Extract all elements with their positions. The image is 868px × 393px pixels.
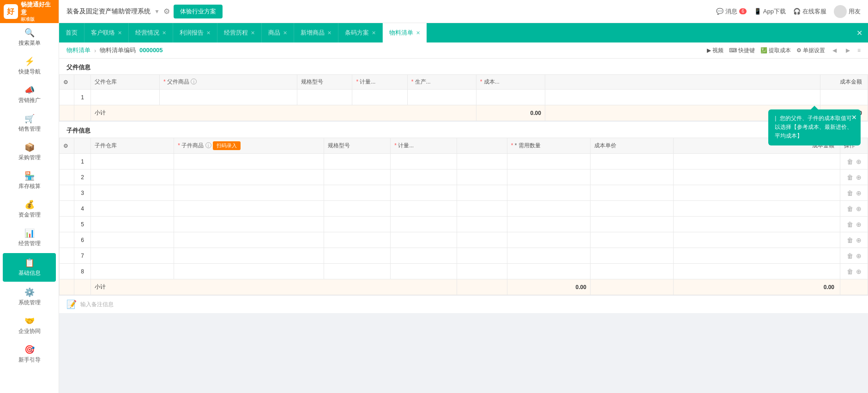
nav-next-button[interactable]: ▶ [844,46,852,54]
extract-cost-action[interactable]: 💹 提取成本 [760,47,791,54]
flash-icon: ⚡ [24,56,35,67]
delete-icon[interactable]: 🗑 [847,252,853,260]
child-row-product[interactable] [174,154,324,169]
tab-new-products[interactable]: 新增商品 ✕ [294,23,338,42]
target-icon: 🎯 [24,345,35,355]
tab-close-icon[interactable]: ✕ [327,30,332,36]
child-row-qty[interactable] [507,154,590,169]
subtotal-unit-val: 0.00 [530,110,541,116]
delete-icon[interactable]: 🗑 [847,205,853,212]
delete-icon[interactable]: 🗑 [847,221,853,228]
delete-icon[interactable]: 🗑 [847,189,853,197]
sidebar-item-enterprise[interactable]: 🤝 企业协同 [0,311,59,340]
child-row-unit[interactable] [391,154,457,169]
required-star: * [163,79,166,85]
tab-customers[interactable]: 客户联络 ✕ [84,23,129,42]
child-row-spec[interactable] [324,154,390,169]
tab-operations[interactable]: 经营情况 ✕ [129,23,173,42]
nav-prev-button[interactable]: ◀ [831,46,838,54]
tab-close-icon[interactable]: ✕ [416,30,420,36]
info-icon[interactable]: i [191,79,197,85]
shortcut-action[interactable]: ⌨ 快捷键 [729,47,755,54]
tab-close-icon[interactable]: ✕ [283,30,287,36]
sidebar-item-purchase[interactable]: 📦 采购管理 [0,138,59,166]
breadcrumb-base[interactable]: 物料清单 [66,46,90,54]
tab-close-icon[interactable]: ✕ [162,30,166,36]
row-spec-cell[interactable] [297,90,352,105]
user-button[interactable]: 用友 [834,5,861,18]
copy-icon[interactable]: ⊕ [856,221,862,228]
scan-input-button[interactable]: 扫码录入 [213,141,241,150]
money-icon: 💰 [24,200,35,210]
tab-bom-label: 物料清单 [389,29,413,37]
row-unit-cell[interactable] [352,90,407,105]
sidebar: 好 畅捷通好生意 标准版 🔍 搜索菜单 ⚡ 快捷导航 📣 营销推广 🛒 销售管理… [0,0,59,393]
child-table-body: 1 🗑 [60,154,868,295]
tab-home[interactable]: 首页 [59,23,84,42]
view-toggle-button[interactable]: ≡ [857,47,861,54]
single-settings-action[interactable]: ⚙ 单据设置 [796,47,825,54]
tab-profit[interactable]: 利润报告 ✕ [173,23,217,42]
play-icon: ▶ [707,47,711,54]
child-row-unit-price[interactable] [590,154,673,169]
bottom-hint-text[interactable]: 输入备注信息 [80,301,114,308]
delete-icon[interactable]: 🗑 [847,268,853,275]
tab-bom[interactable]: 物料清单 ✕ [383,23,427,42]
sidebar-item-marketing[interactable]: 📣 营销推广 [0,80,59,109]
delete-icon[interactable]: 🗑 [847,174,853,181]
tooltip-close-button[interactable]: ✕ [851,112,857,122]
copy-icon[interactable]: ⊕ [856,252,862,260]
child-row-warehouse[interactable] [91,154,174,169]
copy-icon[interactable]: ⊕ [856,174,862,181]
sidebar-item-inventory[interactable]: 🏪 库存核算 [0,166,59,195]
try-solution-button[interactable]: 体验行业方案 [174,5,223,18]
sidebar-item-finance[interactable]: 💰 资金管理 [0,195,59,224]
bottom-hint-bar: 📝 输入备注信息 [59,295,868,313]
settings-icon[interactable]: ⚙ [163,7,170,16]
dropdown-arrow-icon[interactable]: ▼ [154,8,160,15]
parent-subtotal-row: 小计 0.00 0.00 [60,105,868,121]
sidebar-item-sales[interactable]: 🛒 销售管理 [0,109,59,138]
sidebar-item-operations[interactable]: 📊 经营管理 [0,224,59,252]
copy-icon[interactable]: ⊕ [856,158,862,165]
child-row-cost-amount [674,154,840,169]
sidebar-item-search[interactable]: 🔍 搜索菜单 [0,23,59,52]
row-cost-cell[interactable] [476,90,545,105]
tab-close-icon[interactable]: ✕ [372,30,376,36]
tab-home-label: 首页 [66,29,78,37]
tab-close-icon[interactable]: ✕ [206,30,211,36]
info-icon[interactable]: i [205,142,211,148]
tab-history[interactable]: 经营历程 ✕ [217,23,262,42]
child-subtotal-cost-amount: 0.00 [824,284,834,290]
copy-icon[interactable]: ⊕ [856,236,862,244]
app-download-button[interactable]: 📱 App下载 [754,7,786,16]
child-gear-icon[interactable]: ⚙ [63,143,68,149]
sidebar-item-guide[interactable]: 🎯 新手引导 [0,340,59,369]
child-row-gear [60,154,74,169]
tab-products[interactable]: 商品 ✕ [262,23,294,42]
delete-icon[interactable]: 🗑 [847,236,853,244]
copy-icon[interactable]: ⊕ [856,268,862,275]
message-button[interactable]: 💬 消息 6 [716,7,747,16]
copy-icon[interactable]: ⊕ [856,205,862,212]
copy-icon[interactable]: ⊕ [856,189,862,197]
online-service-button[interactable]: 🎧 在线客服 [793,7,826,16]
video-action[interactable]: ▶ 视频 [707,47,723,54]
gear-settings-icon[interactable]: ⚙ [63,79,68,85]
sidebar-item-basic-info[interactable]: 📋 基础信息 [3,253,56,282]
child-row-num: 1 [74,154,91,169]
tab-close-icon[interactable]: ✕ [251,30,255,36]
sidebar-item-system[interactable]: ⚙️ 系统管理 [0,283,59,311]
sidebar-item-quick-nav[interactable]: ⚡ 快捷导航 [0,52,59,80]
child-subtotal-qty-cell: 0.00 [507,279,590,295]
sidebar-item-label: 系统管理 [18,299,41,307]
row-warehouse-cell[interactable] [91,90,160,105]
breadcrumb: 物料清单 › 物料清单编码 0000005 [66,46,163,54]
tab-close-icon[interactable]: ✕ [118,30,122,36]
row-production-cell[interactable] [407,90,476,105]
row-product-cell[interactable] [160,90,297,105]
child-section: 子件信息 ⚙ 子件仓库 [59,122,868,295]
tab-barcode[interactable]: 条码方案 ✕ [338,23,383,42]
close-all-button[interactable]: ✕ [851,29,868,37]
delete-icon[interactable]: 🗑 [847,158,853,165]
